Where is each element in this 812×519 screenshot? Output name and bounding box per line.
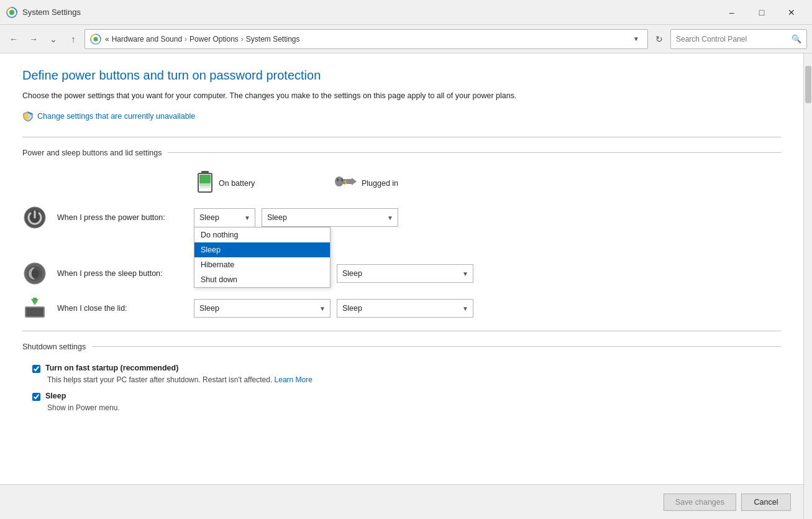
- power-battery-dropdown[interactable]: Sleep Do nothing Hibernate Shut down ▼ D…: [194, 208, 255, 227]
- svg-rect-8: [199, 186, 211, 188]
- svg-point-1: [9, 10, 14, 15]
- close-lid-label: When I close the lid:: [57, 304, 194, 313]
- sep1: ›: [185, 35, 187, 44]
- column-headers: On battery Plugged in: [196, 170, 781, 198]
- search-bar: 🔍: [670, 29, 807, 49]
- fast-startup-checkbox[interactable]: [32, 365, 40, 373]
- minimize-button[interactable]: –: [718, 3, 746, 22]
- breadcrumb-separator: «: [105, 35, 109, 44]
- close-lid-icon: [22, 296, 47, 321]
- power-plugged-select[interactable]: Sleep Do nothing Hibernate Shut down: [262, 208, 398, 227]
- nav-bar: ← → ⌄ ↑ « Hardware and Sound › Power Opt…: [0, 25, 812, 53]
- svg-rect-7: [199, 183, 211, 186]
- back-button[interactable]: ←: [5, 30, 22, 48]
- page-description: Choose the power settings that you want …: [22, 90, 544, 102]
- dropdown-option-donothing[interactable]: Do nothing: [194, 227, 330, 242]
- svg-rect-13: [341, 178, 343, 181]
- lid-battery-select[interactable]: Sleep Do nothing Hibernate Shut down: [194, 299, 331, 318]
- power-button-controls: Sleep Do nothing Hibernate Shut down ▼ D…: [194, 208, 398, 227]
- dropdown-option-hibernate[interactable]: Hibernate: [194, 257, 330, 272]
- search-input[interactable]: [676, 35, 789, 44]
- power-button-label: When I press the power button:: [57, 213, 194, 222]
- battery-column-header: On battery: [196, 170, 333, 198]
- sleep-plugged-select[interactable]: Sleep Do nothing Hibernate Shut down: [337, 264, 473, 283]
- close-lid-controls: Sleep Do nothing Hibernate Shut down ▼ S…: [194, 299, 473, 318]
- title-bar-left: System Settings: [6, 7, 81, 18]
- cancel-button[interactable]: Cancel: [741, 494, 791, 511]
- window-title: System Settings: [22, 7, 81, 17]
- power-button-row: When I press the power button: Sleep Do …: [22, 205, 781, 230]
- svg-rect-20: [26, 308, 43, 316]
- refresh-button[interactable]: ↻: [650, 30, 668, 48]
- power-battery-select[interactable]: Sleep Do nothing Hibernate Shut down: [194, 208, 255, 227]
- close-lid-row: When I close the lid: Sleep Do nothing H…: [22, 296, 781, 321]
- power-sleep-label: Power and sleep buttons and lid settings: [22, 149, 162, 157]
- sleep-button-label: When I press the sleep button:: [57, 269, 194, 278]
- page-title: Define power buttons and turn on passwor…: [22, 68, 781, 83]
- address-dropdown-button[interactable]: ▼: [630, 30, 642, 48]
- title-bar: System Settings – □ ✕: [0, 0, 812, 25]
- address-bar[interactable]: « Hardware and Sound › Power Options › S…: [84, 29, 648, 49]
- bottom-bar: Save changes Cancel: [0, 484, 803, 519]
- svg-point-3: [94, 37, 98, 41]
- breadcrumb-power: Power Options: [189, 35, 239, 44]
- title-bar-controls: – □ ✕: [718, 3, 806, 22]
- shutdown-settings: Turn on fast startup (recommended) This …: [22, 364, 781, 412]
- divider-2: [22, 331, 781, 331]
- svg-rect-22: [33, 298, 37, 303]
- svg-marker-11: [352, 178, 357, 185]
- shutdown-label: Shutdown settings: [22, 342, 86, 351]
- sleep-plugged-select-wrapper: Sleep Do nothing Hibernate Shut down ▼: [337, 264, 473, 283]
- sleep-button-icon: [22, 261, 47, 286]
- sep2: ›: [241, 35, 244, 44]
- fast-startup-label: Turn on fast startup (recommended): [45, 364, 178, 372]
- shutdown-section-header: Shutdown settings: [22, 342, 781, 351]
- breadcrumb-hardware: Hardware and Sound: [112, 35, 182, 44]
- fast-startup-desc: This helps start your PC faster after sh…: [47, 375, 781, 384]
- svg-rect-6: [199, 175, 211, 183]
- power-button-icon: [22, 205, 47, 230]
- scrollbar[interactable]: [803, 53, 812, 519]
- sleep-menu-row: Sleep: [32, 392, 781, 401]
- lid-battery-select-wrapper: Sleep Do nothing Hibernate Shut down ▼: [194, 299, 331, 318]
- close-button[interactable]: ✕: [777, 3, 806, 22]
- window-body: Define power buttons and turn on passwor…: [0, 53, 812, 519]
- lid-plugged-select-wrapper: Sleep Do nothing Hibernate Shut down ▼: [337, 299, 473, 318]
- sleep-menu-desc: Show in Power menu.: [47, 403, 781, 412]
- maximize-button[interactable]: □: [747, 3, 776, 22]
- learn-more-link[interactable]: Learn More: [275, 375, 312, 384]
- battery-icon: [196, 170, 214, 198]
- plugin-icon: [333, 173, 357, 195]
- sleep-menu-label: Sleep: [45, 392, 66, 400]
- save-changes-button[interactable]: Save changes: [664, 494, 736, 511]
- power-battery-dropdown-menu: Do nothing Sleep Hibernate Shut down: [194, 227, 331, 288]
- battery-label: On battery: [219, 179, 255, 188]
- main-content: Define power buttons and turn on passwor…: [0, 53, 803, 519]
- shield-icon: [22, 111, 34, 122]
- dropdown-option-sleep[interactable]: Sleep: [194, 242, 330, 257]
- breadcrumb-current: System Settings: [246, 35, 300, 44]
- dropdown-option-shutdown[interactable]: Shut down: [194, 272, 330, 287]
- scrollbar-thumb[interactable]: [805, 66, 811, 103]
- section-line-2: [92, 346, 781, 347]
- plugged-column-header: Plugged in: [333, 170, 470, 198]
- recent-button[interactable]: ⌄: [45, 30, 62, 48]
- search-button[interactable]: 🔍: [791, 34, 801, 44]
- lid-plugged-select[interactable]: Sleep Do nothing Hibernate Shut down: [337, 299, 473, 318]
- window-icon: [6, 7, 17, 18]
- up-button[interactable]: ↑: [65, 30, 82, 48]
- section-line-1: [168, 152, 781, 153]
- bottom-padding: [22, 420, 781, 463]
- power-plugged-select-wrapper: Sleep Do nothing Hibernate Shut down ▼: [262, 208, 398, 227]
- forward-button[interactable]: →: [25, 30, 42, 48]
- change-settings-link[interactable]: Change settings that are currently unava…: [37, 112, 195, 121]
- sleep-menu-checkbox[interactable]: [32, 393, 40, 401]
- svg-rect-12: [337, 178, 339, 181]
- sleep-button-row: When I press the sleep button: Sleep Do …: [22, 261, 781, 286]
- power-sleep-section-header: Power and sleep buttons and lid settings: [22, 149, 781, 157]
- power-battery-select-wrapper: Sleep Do nothing Hibernate Shut down ▼: [194, 208, 255, 227]
- address-text: « Hardware and Sound › Power Options › S…: [105, 35, 300, 44]
- change-settings-link-row: Change settings that are currently unava…: [22, 111, 781, 122]
- fast-startup-row: Turn on fast startup (recommended): [32, 364, 781, 373]
- divider-1: [22, 137, 781, 137]
